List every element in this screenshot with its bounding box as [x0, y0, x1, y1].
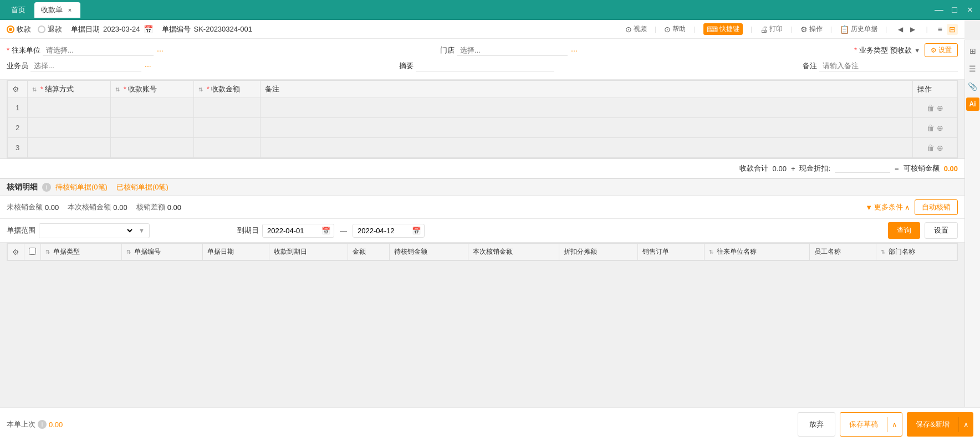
start-date-calendar-icon[interactable]: 📅: [318, 227, 334, 235]
counterpart-more-icon[interactable]: ···: [157, 46, 164, 55]
salesperson-input[interactable]: [30, 60, 141, 71]
help-icon: ⊙: [664, 25, 671, 34]
receipt-radio[interactable]: 收款: [7, 24, 31, 34]
operations-action[interactable]: ⚙ 操作: [800, 24, 823, 34]
list-layout-icon[interactable]: ≡: [936, 24, 945, 35]
more-conditions-btn[interactable]: ▼ 更多条件 ∧: [865, 202, 910, 212]
row-account-1[interactable]: [111, 98, 194, 118]
save-draft-button[interactable]: 保存草稿 ∧: [840, 412, 902, 437]
row-delete-3[interactable]: 🗑: [927, 143, 935, 152]
salesperson-more-icon[interactable]: ···: [145, 61, 151, 70]
form-row-1: * 往来单位 ··· 门店 ··· * 业务类型 预收款 ▼: [7, 43, 958, 57]
verification-info-icon[interactable]: i: [42, 183, 51, 192]
sep6: |: [885, 25, 887, 33]
sidebar-table-icon[interactable]: ⊞: [966, 44, 979, 58]
row-notes-2[interactable]: [261, 118, 913, 138]
save-new-dropdown-icon[interactable]: ∧: [958, 417, 973, 432]
table-row: 1 🗑 ⊕: [8, 98, 957, 118]
nav-next[interactable]: ▶: [907, 24, 918, 35]
sort-doc-num-icon[interactable]: ⇅: [126, 249, 131, 255]
pending-tab-link[interactable]: 待核销单据(0笔): [55, 182, 108, 192]
sidebar-ai-icon[interactable]: Ai: [966, 98, 979, 111]
summary-field: 摘要: [399, 60, 554, 71]
range-select-arrow-icon[interactable]: ▼: [134, 227, 149, 234]
bottom-gear-icon[interactable]: ⚙: [12, 248, 19, 257]
close-button[interactable]: ×: [964, 4, 976, 16]
range-select[interactable]: [39, 224, 134, 238]
shortcut-action[interactable]: ⌨ 快捷键: [703, 23, 743, 35]
sidebar-list-icon[interactable]: ☰: [966, 62, 979, 75]
counterpart-input[interactable]: [43, 45, 154, 56]
save-new-button[interactable]: 保存&新增 ∧: [907, 412, 973, 437]
row-num-1: 1: [8, 98, 28, 118]
discount-input[interactable]: [835, 164, 890, 173]
sort-dept-icon[interactable]: ⇅: [881, 249, 885, 255]
more-conditions-label: 更多条件: [874, 202, 903, 212]
row-settlement-3[interactable]: [28, 138, 111, 158]
store-more-icon[interactable]: ···: [571, 46, 578, 55]
help-action[interactable]: ⊙ 帮助: [664, 24, 686, 34]
footer-info-icon[interactable]: i: [38, 420, 47, 429]
video-action[interactable]: ⊙ 视频: [625, 24, 647, 34]
row-copy-3[interactable]: ⊕: [937, 143, 943, 152]
grid-layout-icon[interactable]: ⊟: [947, 24, 958, 35]
row-notes-3[interactable]: [261, 138, 913, 158]
search-settings-button[interactable]: 设置: [925, 222, 958, 239]
tab-home[interactable]: 首页: [4, 2, 32, 18]
settings-button[interactable]: ⚙ 设置: [925, 43, 958, 57]
row-delete-2[interactable]: 🗑: [927, 124, 935, 132]
sort-counterpart-icon[interactable]: ⇅: [709, 249, 713, 255]
select-all-checkbox[interactable]: [29, 248, 36, 255]
table-gear-icon[interactable]: ⚙: [12, 85, 19, 94]
sort-icon-settlement[interactable]: ⇅: [32, 86, 37, 93]
salesperson-label: 业务员: [7, 61, 28, 71]
row-amount-3[interactable]: [194, 138, 261, 158]
row-account-2[interactable]: [111, 118, 194, 138]
print-action[interactable]: 🖨 打印: [760, 24, 783, 34]
receipt-refund-toggle: 收款 退款: [7, 24, 62, 34]
row-settlement-2[interactable]: [28, 118, 111, 138]
auto-cancel-button[interactable]: 自动核销: [915, 199, 958, 215]
date-label: 单据日期: [71, 24, 100, 34]
abandon-button[interactable]: 放弃: [798, 412, 835, 437]
row-actions-1: 🗑 ⊕: [913, 98, 957, 118]
end-date-calendar-icon[interactable]: 📅: [409, 227, 424, 235]
row-notes-1[interactable]: [261, 98, 913, 118]
store-input[interactable]: [457, 45, 568, 56]
maximize-button[interactable]: □: [949, 4, 960, 16]
biz-required: *: [854, 46, 857, 54]
minimize-button[interactable]: —: [933, 4, 945, 16]
history-action[interactable]: 📋 历史单据: [840, 24, 877, 34]
tab-receipt[interactable]: 收款单 ×: [34, 2, 80, 18]
row-amount-2[interactable]: [194, 118, 261, 138]
end-date-input[interactable]: [353, 224, 409, 237]
save-new-label: 保存&新增: [907, 416, 958, 433]
sort-doc-type-icon[interactable]: ⇅: [45, 249, 50, 255]
row-delete-1[interactable]: 🗑: [927, 104, 935, 112]
start-date-input[interactable]: [263, 224, 318, 237]
sidebar-attachment-icon[interactable]: 📎: [966, 80, 979, 93]
equal-label: =: [895, 165, 899, 173]
completed-tab-link[interactable]: 已核销单据(0笔): [116, 182, 169, 192]
query-button[interactable]: 查询: [888, 222, 920, 239]
save-draft-dropdown-icon[interactable]: ∧: [887, 417, 902, 432]
calendar-icon[interactable]: 📅: [144, 25, 153, 34]
start-date-wrapper: 📅: [262, 224, 334, 238]
row-copy-1[interactable]: ⊕: [937, 104, 943, 112]
summary-input[interactable]: [416, 60, 554, 71]
notes-input[interactable]: [819, 60, 958, 71]
row-amount-1[interactable]: [194, 98, 261, 118]
refund-radio[interactable]: 退款: [38, 24, 62, 34]
biz-type-dropdown-icon[interactable]: ▼: [914, 47, 920, 54]
row-copy-2[interactable]: ⊕: [937, 124, 943, 132]
net-label: 可核销金额: [904, 163, 940, 173]
row-settlement-1[interactable]: [28, 98, 111, 118]
col-this-time-label: 本次核销金额: [473, 248, 513, 255]
sort-icon-account[interactable]: ⇅: [115, 86, 120, 93]
nav-prev[interactable]: ◀: [895, 24, 906, 35]
sort-icon-amount[interactable]: ⇅: [198, 86, 203, 93]
receipt-table-wrapper: ⚙ ⇅ * 结算方式 ⇅ * 收款账号 ⇅: [7, 80, 958, 158]
biz-type-value: 预收款: [890, 45, 912, 55]
tab-close-icon[interactable]: ×: [66, 6, 74, 14]
row-account-3[interactable]: [111, 138, 194, 158]
